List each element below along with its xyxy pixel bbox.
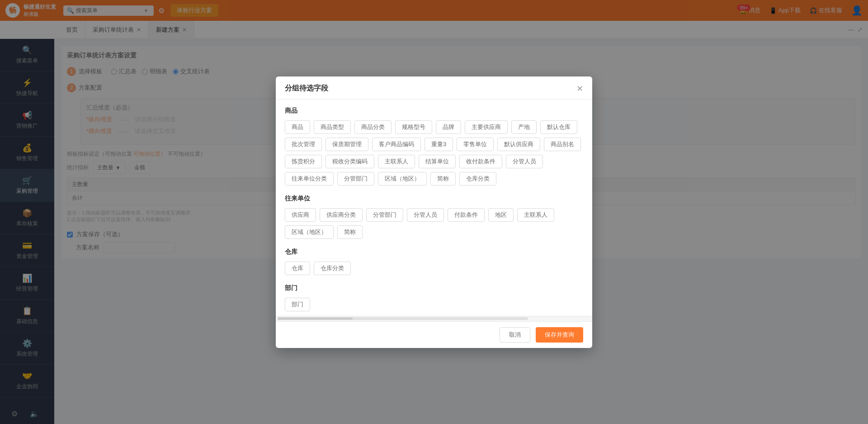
tag-partner-0[interactable]: 供应商 xyxy=(285,208,316,222)
tag-warehouse-0[interactable]: 仓库 xyxy=(285,262,310,275)
tag-goods-21[interactable]: 往来单位分类 xyxy=(285,172,334,186)
tag-warehouse-1[interactable]: 仓库分类 xyxy=(314,262,351,275)
tag-goods-0[interactable]: 商品 xyxy=(285,120,310,134)
tag-goods-5[interactable]: 主要供应商 xyxy=(465,120,508,134)
tag-goods-22[interactable]: 分管部门 xyxy=(337,172,374,186)
modal-title: 分组待选字段 xyxy=(285,84,328,93)
tag-goods-6[interactable]: 产地 xyxy=(511,120,537,134)
tag-partner-4[interactable]: 付款条件 xyxy=(448,208,485,222)
tag-goods-23[interactable]: 区域（地区） xyxy=(378,172,427,186)
tag-goods-17[interactable]: 主联系人 xyxy=(378,155,415,168)
tag-goods-10[interactable]: 客户商品编码 xyxy=(372,138,421,151)
tag-goods-18[interactable]: 结算单位 xyxy=(419,155,456,168)
modal-body: 商品 商品 商品类型 商品分类 规格型号 品牌 主要供应商 产地 默认仓库 批次… xyxy=(276,100,592,316)
tag-goods-24[interactable]: 简称 xyxy=(430,172,456,186)
modal-scrollbar-bottom xyxy=(276,316,592,321)
tag-goods-7[interactable]: 默认仓库 xyxy=(540,120,577,134)
tag-goods-15[interactable]: 拣货积分 xyxy=(285,155,322,168)
tag-goods-19[interactable]: 收付款条件 xyxy=(459,155,502,168)
tag-goods-1[interactable]: 商品类型 xyxy=(314,120,351,134)
modal: 分组待选字段 ✕ 商品 商品 商品类型 商品分类 规格型号 品牌 主要供应商 产… xyxy=(276,76,592,348)
modal-footer: 取消 保存并查询 xyxy=(276,321,592,348)
close-icon[interactable]: ✕ xyxy=(576,84,583,94)
modal-header: 分组待选字段 ✕ xyxy=(276,76,592,100)
section-goods-title: 商品 xyxy=(285,107,583,115)
tag-goods-2[interactable]: 商品分类 xyxy=(354,120,392,134)
tag-partner-6[interactable]: 主联系人 xyxy=(517,208,554,222)
tag-partner-7[interactable]: 区域（地区） xyxy=(285,225,334,239)
section-warehouse-title: 仓库 xyxy=(285,248,583,256)
tag-partner-3[interactable]: 分管人员 xyxy=(407,208,444,222)
tag-goods-16[interactable]: 税收分类编码 xyxy=(326,155,374,168)
cancel-button[interactable]: 取消 xyxy=(500,327,530,343)
partner-tags: 供应商 供应商分类 分管部门 分管人员 付款条件 地区 主联系人 区域（地区） … xyxy=(285,208,583,239)
tag-goods-4[interactable]: 品牌 xyxy=(436,120,461,134)
section-department: 部门 部门 xyxy=(285,284,583,311)
department-tags: 部门 xyxy=(285,298,583,311)
tag-goods-3[interactable]: 规格型号 xyxy=(395,120,432,134)
section-goods: 商品 商品 商品类型 商品分类 规格型号 品牌 主要供应商 产地 默认仓库 批次… xyxy=(285,107,583,186)
section-partner-title: 往来单位 xyxy=(285,195,583,203)
tag-goods-12[interactable]: 零售单位 xyxy=(457,138,494,151)
tag-partner-2[interactable]: 分管部门 xyxy=(366,208,403,222)
scrollbar-track xyxy=(278,317,528,320)
tag-goods-25[interactable]: 仓库分类 xyxy=(459,172,496,186)
tag-goods-13[interactable]: 默认供应商 xyxy=(497,138,540,151)
tag-department-0[interactable]: 部门 xyxy=(285,298,310,311)
modal-overlay: 分组待选字段 ✕ 商品 商品 商品类型 商品分类 规格型号 品牌 主要供应商 产… xyxy=(0,0,868,424)
confirm-button[interactable]: 保存并查询 xyxy=(536,327,583,343)
goods-tags: 商品 商品类型 商品分类 规格型号 品牌 主要供应商 产地 默认仓库 批次管理 … xyxy=(285,120,583,186)
tag-goods-11[interactable]: 重量3 xyxy=(425,138,453,151)
tag-goods-20[interactable]: 分管人员 xyxy=(506,155,543,168)
tag-goods-8[interactable]: 批次管理 xyxy=(285,138,322,151)
tag-partner-8[interactable]: 简称 xyxy=(337,225,363,239)
tag-goods-14[interactable]: 商品别名 xyxy=(544,138,581,151)
section-department-title: 部门 xyxy=(285,284,583,292)
tag-goods-9[interactable]: 保质期管理 xyxy=(326,138,368,151)
tag-partner-1[interactable]: 供应商分类 xyxy=(320,208,363,222)
section-partner: 往来单位 供应商 供应商分类 分管部门 分管人员 付款条件 地区 主联系人 区域… xyxy=(285,195,583,239)
tag-partner-5[interactable]: 地区 xyxy=(488,208,514,222)
scrollbar-thumb[interactable] xyxy=(278,317,353,320)
section-warehouse: 仓库 仓库 仓库分类 xyxy=(285,248,583,275)
warehouse-tags: 仓库 仓库分类 xyxy=(285,262,583,275)
